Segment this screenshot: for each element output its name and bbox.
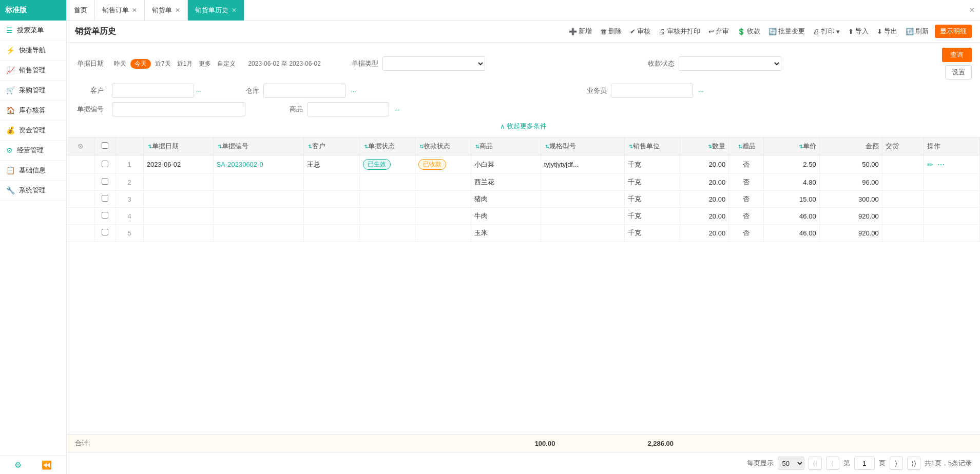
collapse-filter-button[interactable]: ∧ 收起更多条件 xyxy=(75,121,972,132)
abandon-button[interactable]: ↩ 弃审 xyxy=(706,26,731,37)
set-button[interactable]: 设置 xyxy=(945,65,972,80)
goods-dots-icon[interactable]: ··· xyxy=(394,106,400,113)
customer-input[interactable] xyxy=(112,84,194,98)
tab-sales-goods[interactable]: 销货单 ✕ xyxy=(145,0,188,21)
doc-code-link[interactable]: SA-20230602-0 xyxy=(217,161,263,168)
sidebar-item-quick-nav[interactable]: ⚡ 快捷导航 xyxy=(0,41,66,61)
first-page-button[interactable]: ⟨⟨ xyxy=(809,457,822,470)
row-checkbox[interactable] xyxy=(102,161,108,167)
row-check-cell[interactable] xyxy=(94,155,116,174)
sidebar-item-purchase-mgmt[interactable]: 🛒 采购管理 xyxy=(0,81,66,101)
tab-home[interactable]: 首页 xyxy=(67,0,95,21)
row-code-cell[interactable] xyxy=(213,191,303,208)
date-custom-btn[interactable]: 自定义 xyxy=(215,59,238,69)
refresh-button[interactable]: 🔃 刷新 xyxy=(904,26,931,37)
sidebar-item-sys-mgmt[interactable]: 🔧 系统管理 xyxy=(0,181,66,201)
last-page-button[interactable]: ⟩⟩ xyxy=(907,457,920,470)
page-number-input[interactable]: 1 xyxy=(854,457,875,470)
table-settings-icon[interactable]: ⚙ xyxy=(78,143,84,150)
date-today-btn[interactable]: 今天 xyxy=(130,59,151,69)
row-code-cell[interactable] xyxy=(213,208,303,225)
row-checkbox[interactable] xyxy=(102,195,108,202)
tab-sales-order[interactable]: 销售订单 ✕ xyxy=(95,0,145,21)
page-label: 第 xyxy=(843,459,850,468)
salesperson-input[interactable] xyxy=(611,84,693,98)
close-sales-order-icon[interactable]: ✕ xyxy=(132,7,137,14)
table-row: 2 西兰花 千克 20.00 否 4.80 96.00 xyxy=(67,174,980,191)
warehouse-input[interactable] xyxy=(263,84,345,98)
collapse-sidebar-icon[interactable]: ⏪ xyxy=(42,460,52,470)
audit-print-button[interactable]: 🖨 审核并打印 xyxy=(657,26,702,37)
col-status-header[interactable]: ⇅单据状态 xyxy=(359,137,415,155)
export-button[interactable]: ⬇ 导出 xyxy=(875,26,899,37)
warehouse-dots-icon[interactable]: ··· xyxy=(351,87,356,95)
row-checkbox[interactable] xyxy=(102,178,108,185)
tab-sales-history[interactable]: 销货单历史 ✕ xyxy=(188,0,244,21)
import-button[interactable]: ⬆ 导入 xyxy=(846,26,871,37)
row-checkbox[interactable] xyxy=(102,212,108,219)
next-page-button[interactable]: ⟩ xyxy=(890,457,903,470)
sidebar-item-sales-mgmt[interactable]: 📈 销售管理 xyxy=(0,61,66,81)
close-sales-history-icon[interactable]: ✕ xyxy=(232,7,237,14)
query-button[interactable]: 查询 xyxy=(942,48,972,62)
more-action-icon[interactable]: ⋯ xyxy=(937,161,945,169)
col-code-header[interactable]: ⇅单据编号 xyxy=(213,137,303,155)
col-gift-header[interactable]: ⇅赠品 xyxy=(729,137,764,155)
row-amount-cell: 920.00 xyxy=(819,225,882,242)
col-goods-header[interactable]: ⇅商品 xyxy=(471,137,541,155)
col-pay-status-header[interactable]: ⇅收款状态 xyxy=(415,137,471,155)
row-check-cell[interactable] xyxy=(94,191,116,208)
prev-page-button[interactable]: ⟨ xyxy=(826,457,839,470)
pay-status-select[interactable] xyxy=(679,56,781,71)
row-expand-cell xyxy=(67,155,94,174)
audit-button[interactable]: ✔ 审核 xyxy=(628,26,652,37)
per-page-select[interactable]: 50 10 20 100 xyxy=(778,457,804,470)
edit-action-icon[interactable]: ✏ xyxy=(927,161,933,169)
salesperson-dots-icon[interactable]: ··· xyxy=(698,87,704,95)
customer-dots-icon[interactable]: ··· xyxy=(196,87,202,95)
date-1month-btn[interactable]: 近1月 xyxy=(175,59,195,69)
row-code-cell[interactable] xyxy=(213,225,303,242)
row-action-cell: ✏ ⋯ xyxy=(924,155,980,174)
sidebar-item-search-menu[interactable]: ☰ 搜索菜单 xyxy=(0,21,66,41)
select-all-checkbox[interactable] xyxy=(102,142,108,149)
print-dropdown-icon[interactable]: ▾ xyxy=(836,28,840,35)
row-check-cell[interactable] xyxy=(94,225,116,242)
date-7days-btn[interactable]: 近7天 xyxy=(153,59,173,69)
row-checkbox[interactable] xyxy=(102,229,108,235)
sidebar-item-label: 资金管理 xyxy=(19,126,46,135)
sort-icon: ⇅ xyxy=(475,144,479,149)
collect-button[interactable]: 💲 收款 xyxy=(735,26,762,37)
row-unit-cell: 千克 xyxy=(624,191,680,208)
col-check[interactable] xyxy=(94,137,116,155)
goods-input[interactable] xyxy=(307,102,389,116)
settings-bottom-icon[interactable]: ⚙ xyxy=(14,460,22,470)
row-check-cell[interactable] xyxy=(94,174,116,191)
doc-type-select[interactable] xyxy=(382,56,485,71)
doc-no-input[interactable] xyxy=(112,102,245,116)
batch-change-button[interactable]: 🔄 批量变更 xyxy=(766,26,807,37)
close-sales-goods-icon[interactable]: ✕ xyxy=(175,7,180,14)
print-button[interactable]: 🖨 打印 ▾ xyxy=(811,26,842,37)
col-customer-header[interactable]: ⇅客户 xyxy=(304,137,360,155)
col-qty-header[interactable]: ⇅数量 xyxy=(680,137,729,155)
sidebar-item-basic-info[interactable]: 📋 基础信息 xyxy=(0,161,66,181)
sidebar-item-inventory[interactable]: 🏠 库存核算 xyxy=(0,101,66,121)
close-all-tabs-button[interactable]: ✕ xyxy=(964,6,980,14)
show-detail-button[interactable]: 显示明细 xyxy=(935,25,972,38)
sidebar-item-ops-mgmt[interactable]: ⚙ 经营管理 xyxy=(0,141,66,161)
delete-button[interactable]: 🗑 删除 xyxy=(598,26,624,37)
col-unit-header[interactable]: ⇅销售单位 xyxy=(624,137,680,155)
col-settings[interactable]: ⚙ xyxy=(67,137,94,155)
row-code-cell[interactable]: SA-20230602-0 xyxy=(213,155,303,174)
add-button[interactable]: ➕ 新增 xyxy=(567,26,594,37)
purchase-mgmt-icon: 🛒 xyxy=(6,86,15,94)
col-date-header[interactable]: ⇅单据日期 xyxy=(143,137,213,155)
row-check-cell[interactable] xyxy=(94,208,116,225)
col-price-header[interactable]: ⇅单价 xyxy=(764,137,820,155)
date-more-btn[interactable]: 更多 xyxy=(197,59,213,69)
col-spec-header[interactable]: ⇅规格型号 xyxy=(541,137,624,155)
date-yesterday-btn[interactable]: 昨天 xyxy=(112,59,128,69)
sidebar-item-finance-mgmt[interactable]: 💰 资金管理 xyxy=(0,121,66,141)
row-code-cell[interactable] xyxy=(213,174,303,191)
